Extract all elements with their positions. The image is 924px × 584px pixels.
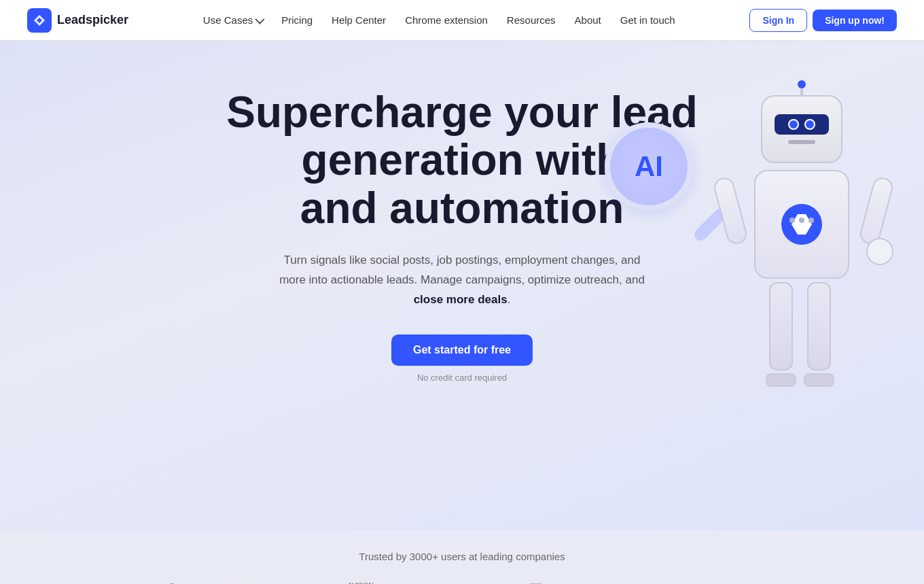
robot-arm-left [712,175,749,246]
robot-detail [789,218,814,223]
robot-dot-2 [799,218,804,223]
trusted-logos: staci KBC Liftago AVISONYOUNG zenw○rk Ch… [27,581,897,584]
robot-body [754,170,849,279]
robot-arm-right [858,175,895,246]
trusted-section: Trusted by 3000+ users at leading compan… [0,530,924,584]
nav-get-in-touch[interactable]: Get in touch [612,10,683,30]
robot-hand-right [866,238,893,265]
signup-button[interactable]: Sign up now! [813,10,897,31]
robot-visor [775,114,829,135]
robot-mouth [788,140,815,144]
robot-legs [769,282,834,387]
nav-about[interactable]: About [567,10,609,30]
robot-eye-right [804,119,815,130]
robot-logo [781,204,822,245]
robot-leg-right [807,282,834,387]
logo-text: Leadspicker [57,13,128,27]
navbar: Leadspicker Use Cases Pricing Help Cente… [0,0,924,41]
robot-eye-left [788,119,799,130]
robot-head [761,95,842,163]
hero-subtitle: Turn signals like social posts, job post… [279,251,645,310]
nav-actions: Sign In Sign up now! [749,9,897,32]
logo-link[interactable]: Leadspicker [27,8,128,33]
nav-use-cases[interactable]: Use Cases [195,10,270,30]
nav-pricing[interactable]: Pricing [273,10,321,30]
robot-dot-1 [789,218,795,223]
no-credit-text: No credit card required [417,373,507,383]
logo-icon [27,8,52,33]
nav-links: Use Cases Pricing Help Center Chrome ext… [195,10,683,30]
robot-illustration [707,82,897,489]
nav-resources[interactable]: Resources [499,10,564,30]
nav-help-center[interactable]: Help Center [323,10,394,30]
robot-dot-3 [808,218,814,223]
signin-button[interactable]: Sign In [749,9,807,32]
chevron-down-icon [255,14,265,24]
logo-avison: AVISONYOUNG [347,581,373,584]
cta-button[interactable]: Get started for free [391,334,533,366]
robot-leg-left [769,282,796,387]
ai-badge: AI [605,122,693,211]
trusted-text: Trusted by 3000+ users at leading compan… [27,551,897,562]
nav-chrome-extension[interactable]: Chrome extension [397,10,496,30]
hero-section: AI [0,41,924,530]
